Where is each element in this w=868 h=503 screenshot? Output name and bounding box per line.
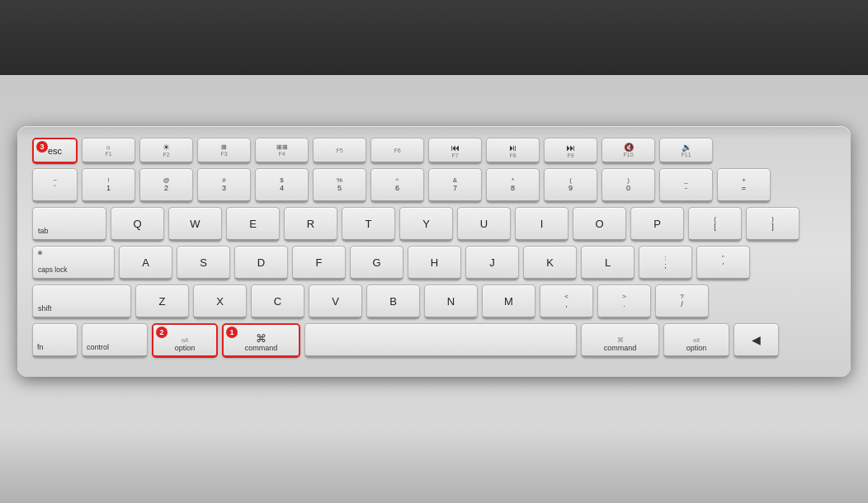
s-key[interactable]: S bbox=[177, 246, 230, 280]
q-key[interactable]: Q bbox=[111, 207, 164, 242]
e-key[interactable]: E bbox=[226, 207, 280, 242]
esc-label: esc bbox=[48, 146, 62, 156]
bottom-key-row: fn control 2 alt option 1 ⌘ command bbox=[32, 323, 836, 358]
f7-key[interactable]: ⏮ F7 bbox=[428, 138, 482, 164]
i-key[interactable]: I bbox=[515, 207, 568, 242]
j-key[interactable]: J bbox=[465, 246, 519, 280]
4-key[interactable]: $ 4 bbox=[255, 168, 309, 203]
w-key[interactable]: W bbox=[168, 207, 222, 242]
d-key[interactable]: D bbox=[234, 246, 288, 280]
left-command-key[interactable]: 1 ⌘ command bbox=[222, 323, 300, 358]
f1-key[interactable]: ☼ F1 bbox=[82, 138, 135, 164]
l-key[interactable]: L bbox=[581, 246, 634, 280]
k-key[interactable]: K bbox=[523, 246, 577, 280]
comma-key[interactable]: < , bbox=[540, 284, 593, 319]
f5-key[interactable]: F5 bbox=[313, 138, 366, 164]
m-key[interactable]: M bbox=[482, 284, 535, 319]
qwerty-key-row: tab Q W E R T Y U I O P { [ } ] bbox=[32, 207, 836, 242]
semicolon-key[interactable]: : ; bbox=[639, 246, 692, 280]
f4-key[interactable]: ⊞⊞ F4 bbox=[255, 138, 309, 164]
badge-2: 2 bbox=[156, 327, 167, 338]
3-key[interactable]: # 3 bbox=[197, 168, 251, 203]
f2-key[interactable]: ☀ F2 bbox=[139, 138, 193, 164]
caps-lock-key[interactable]: caps lock bbox=[32, 246, 115, 280]
y-key[interactable]: Y bbox=[399, 207, 453, 242]
p-key[interactable]: P bbox=[630, 207, 684, 242]
9-key[interactable]: ( 9 bbox=[544, 168, 597, 203]
r-key[interactable]: R bbox=[284, 207, 337, 242]
left-option-key[interactable]: 2 alt option bbox=[152, 323, 218, 358]
b-key[interactable]: B bbox=[366, 284, 420, 319]
u-key[interactable]: U bbox=[457, 207, 511, 242]
7-key[interactable]: & 7 bbox=[428, 168, 482, 203]
equals-key[interactable]: + = bbox=[717, 168, 771, 203]
x-key[interactable]: X bbox=[193, 284, 247, 319]
5-key[interactable]: % 5 bbox=[313, 168, 366, 203]
bracket-open-key[interactable]: { [ bbox=[688, 207, 742, 242]
f-key[interactable]: F bbox=[292, 246, 346, 280]
mac-keyboard: 3 esc ☼ F1 ☀ F2 ⊞ F3 ⊞⊞ F4 F5 bbox=[17, 126, 851, 377]
n-key[interactable]: N bbox=[424, 284, 478, 319]
fn-key[interactable]: fn bbox=[32, 323, 78, 358]
bracket-close-key[interactable]: } ] bbox=[746, 207, 800, 242]
arrow-left-key[interactable]: ◀ bbox=[734, 323, 779, 358]
a-key[interactable]: A bbox=[119, 246, 172, 280]
spacebar-key[interactable] bbox=[304, 323, 577, 358]
2-key[interactable]: @ 2 bbox=[139, 168, 193, 203]
right-command-key[interactable]: ⌘ command bbox=[581, 323, 659, 358]
g-key[interactable]: G bbox=[350, 246, 403, 280]
quote-key[interactable]: " ' bbox=[696, 246, 750, 280]
tilde-key[interactable]: ~ ` bbox=[32, 168, 78, 203]
minus-key[interactable]: _ - bbox=[659, 168, 713, 203]
home-key-row: caps lock A S D F G H J K L : ; " ' bbox=[32, 246, 836, 280]
tab-key[interactable]: tab bbox=[32, 207, 106, 242]
z-key[interactable]: Z bbox=[135, 284, 189, 319]
0-key[interactable]: ) 0 bbox=[601, 168, 655, 203]
period-key[interactable]: > . bbox=[597, 284, 651, 319]
o-key[interactable]: O bbox=[573, 207, 626, 242]
left-shift-key[interactable]: shift bbox=[32, 284, 131, 319]
c-key[interactable]: C bbox=[251, 284, 304, 319]
t-key[interactable]: T bbox=[342, 207, 395, 242]
control-key[interactable]: control bbox=[82, 323, 148, 358]
f9-key[interactable]: ⏭ F9 bbox=[544, 138, 597, 164]
f8-key[interactable]: ⏯ F8 bbox=[486, 138, 540, 164]
v-key[interactable]: V bbox=[309, 284, 362, 319]
keyboard-photo-background: 3 esc ☼ F1 ☀ F2 ⊞ F3 ⊞⊞ F4 F5 bbox=[0, 0, 868, 503]
badge-3: 3 bbox=[36, 141, 48, 153]
shift-key-row: shift Z X C V B N M < , > . ? / bbox=[32, 284, 836, 319]
esc-key[interactable]: 3 esc bbox=[32, 138, 78, 164]
f3-key[interactable]: ⊞ F3 bbox=[197, 138, 251, 164]
right-option-key[interactable]: alt option bbox=[663, 323, 729, 358]
number-key-row: ~ ` ! 1 @ 2 # 3 $ 4 % 5 bbox=[32, 168, 836, 203]
slash-key[interactable]: ? / bbox=[655, 284, 709, 319]
f11-key[interactable]: 🔉 F11 bbox=[659, 138, 713, 164]
1-key[interactable]: ! 1 bbox=[82, 168, 135, 203]
badge-1: 1 bbox=[226, 327, 238, 338]
8-key[interactable]: * 8 bbox=[486, 168, 540, 203]
6-key[interactable]: ^ 6 bbox=[370, 168, 424, 203]
f6-key[interactable]: F6 bbox=[370, 138, 424, 164]
fn-key-row: 3 esc ☼ F1 ☀ F2 ⊞ F3 ⊞⊞ F4 F5 bbox=[32, 138, 836, 164]
f10-key[interactable]: 🔇 F10 bbox=[601, 138, 655, 164]
h-key[interactable]: H bbox=[408, 246, 461, 280]
